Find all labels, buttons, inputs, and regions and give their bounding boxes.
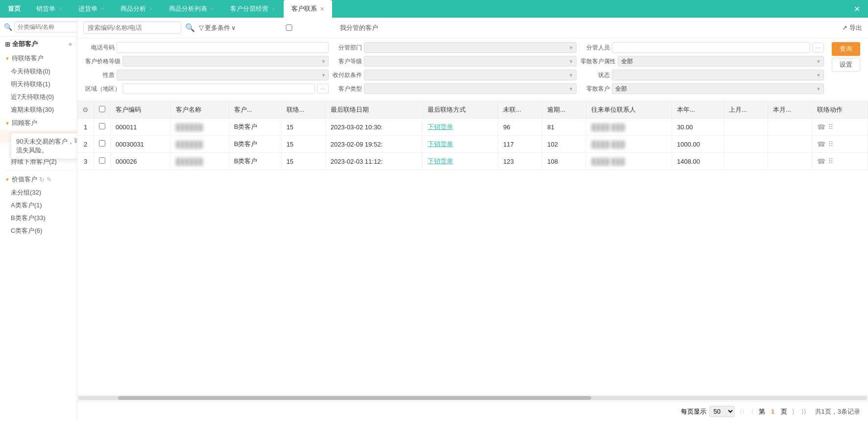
current-page-number: 1 <box>768 408 778 415</box>
sidebar-item-tomorrow-contact[interactable]: 明天待联络(1) <box>0 78 77 91</box>
contact-action-icon-2[interactable]: ☎ <box>817 157 825 165</box>
last-page-btn[interactable]: ⟩⟩ <box>799 407 808 416</box>
contact-action-icon-1[interactable]: ☎ <box>817 140 825 148</box>
tab-purchase-close[interactable]: ✕ <box>100 6 105 12</box>
sidebar-item-class-c[interactable]: C类客户(6) <box>0 224 77 237</box>
scrollbar-track[interactable] <box>78 396 867 400</box>
page-unit: 页 <box>781 407 787 416</box>
th-code: 客户编码 <box>111 101 171 119</box>
more-action-icon-0[interactable]: ⠿ <box>828 123 833 131</box>
more-action-icon-1[interactable]: ⠿ <box>828 140 833 148</box>
group-pending-label: 待联络客户 <box>12 54 44 63</box>
customer-grade-select[interactable] <box>364 56 576 67</box>
retail-attr-label: 零散客户属性 <box>580 57 616 66</box>
my-customers-checkbox[interactable] <box>240 25 338 31</box>
tooltip-review: 90天未交易的客户，可能有流失风险。 <box>11 133 77 159</box>
settings-button[interactable]: 设置 <box>832 58 860 72</box>
customer-type-select[interactable] <box>364 83 576 94</box>
td-last-method-2: 下销货单 <box>423 153 498 170</box>
td-method-link-0[interactable]: 下销货单 <box>428 123 453 130</box>
tab-product-list-close[interactable]: ✕ <box>210 6 215 12</box>
export-button[interactable]: ↗ 导出 <box>842 24 862 32</box>
status-select[interactable] <box>612 70 824 80</box>
tab-customer-contact[interactable]: 客户联系 ✕ <box>284 0 332 18</box>
td-method-link-1[interactable]: 下销货单 <box>428 140 453 148</box>
table-row: 3 000026 ██████ B类客户 15 2023-02-03 11:12… <box>77 153 868 170</box>
sidebar-item-class-b[interactable]: B类客户(33) <box>0 212 77 224</box>
sidebar-item-today-contact[interactable]: 今天待联络(0) <box>0 65 77 78</box>
tab-sales-close[interactable]: ✕ <box>58 6 63 12</box>
contact-action-icon-0[interactable]: ☎ <box>817 123 825 131</box>
more-action-icon-2[interactable]: ⠿ <box>828 157 833 165</box>
retail-customer-select[interactable]: 全部 <box>612 83 824 94</box>
tab-product-list[interactable]: 商品分析列表 ✕ <box>161 0 222 18</box>
tab-customer-tier-close[interactable]: ✕ <box>271 6 276 12</box>
manager-ellipsis-btn[interactable]: ··· <box>812 43 824 52</box>
scrollbar-thumb[interactable] <box>118 396 591 400</box>
all-customers-label: 全部客户 <box>12 40 38 49</box>
tab-purchase[interactable]: 进货单 ✕ <box>71 0 113 18</box>
my-customers-checkbox-label[interactable]: 我分管的客户 <box>240 24 378 32</box>
td-method-link-2[interactable]: 下销货单 <box>428 157 453 165</box>
tab-sales[interactable]: 销货单 ✕ <box>28 0 71 18</box>
sidebar-item-7day-contact[interactable]: 近7天待联络(0) <box>0 91 77 103</box>
td-last-month-1 <box>723 136 768 153</box>
row-checkbox-1[interactable] <box>99 140 105 147</box>
th-last-month: 上月... <box>723 101 768 119</box>
horizontal-scrollbar[interactable] <box>77 395 868 401</box>
next-page-btn[interactable]: ⟩ <box>790 407 796 416</box>
td-last-method-0: 下销货单 <box>423 119 498 136</box>
td-last-month-2 <box>723 153 768 170</box>
tab-home[interactable]: 首页 <box>0 0 28 18</box>
window-close-button[interactable]: ✕ <box>846 4 868 14</box>
td-last-date-2: 2023-02-03 11:12: <box>325 153 422 170</box>
payment-select[interactable] <box>364 70 576 80</box>
query-button[interactable]: 查询 <box>832 42 860 56</box>
price-grade-select[interactable] <box>122 56 329 67</box>
dept-select[interactable] <box>364 42 576 53</box>
td-name-blurred-1: ██████ <box>176 141 203 148</box>
group-value-title[interactable]: ▼ 价值客户 ↻ ✎ <box>0 173 77 186</box>
table-settings-icon[interactable]: ⚙ <box>82 106 89 114</box>
tab-customer-contact-close[interactable]: ✕ <box>320 6 324 12</box>
td-checkbox-0 <box>94 119 111 136</box>
td-action-2: ☎ ⠿ <box>812 153 868 170</box>
region-ellipsis-btn[interactable]: ··· <box>317 84 329 94</box>
td-contact-person-2: ████ ███ <box>586 153 672 170</box>
sidebar-all-customers[interactable]: ⊞ 全部客户 « <box>0 37 77 51</box>
th-this-month: 本月... <box>768 101 812 119</box>
search-input[interactable] <box>83 22 181 34</box>
manager-input[interactable] <box>612 42 810 53</box>
sidebar-item-unclassified[interactable]: 未分组(32) <box>0 186 77 199</box>
phone-input[interactable] <box>117 42 329 53</box>
group-pending-title[interactable]: ▼ 待联络客户 <box>0 51 77 65</box>
td-name-2: ██████ <box>170 153 229 170</box>
per-page-select[interactable]: 50 10 20 100 <box>709 406 735 417</box>
tab-product-list-label: 商品分析列表 <box>169 4 207 13</box>
td-seq-0: 1 <box>77 119 94 136</box>
row-checkbox-0[interactable] <box>99 123 105 129</box>
region-input[interactable] <box>122 83 315 94</box>
retail-attr-select[interactable]: 全部 <box>618 56 824 67</box>
sidebar-search-input[interactable] <box>14 22 77 32</box>
edit-icon[interactable]: ✎ <box>47 176 52 183</box>
refresh-icon[interactable]: ↻ <box>39 176 45 183</box>
nature-wrap: ▼ <box>117 70 329 80</box>
nature-select[interactable] <box>117 70 329 80</box>
row-checkbox-2[interactable] <box>99 157 105 164</box>
tab-customer-tier[interactable]: 客户分层经营 ✕ <box>222 0 284 18</box>
tab-product-analysis[interactable]: 商品分析 ✕ <box>113 0 161 18</box>
search-button[interactable]: 🔍 <box>185 23 195 32</box>
select-all-checkbox[interactable] <box>99 106 105 112</box>
first-page-btn[interactable]: ⟨⟨ <box>738 407 747 416</box>
tab-product-analysis-close[interactable]: ✕ <box>149 6 153 12</box>
sidebar-item-overdue-contact[interactable]: 逾期未联络(30) <box>0 103 77 116</box>
more-conditions-toggle[interactable]: ▽ 更多条件 ∨ <box>199 24 236 32</box>
export-icon: ↗ <box>842 24 847 31</box>
sidebar-item-class-a[interactable]: A类客户(1) <box>0 199 77 212</box>
th-overdue: 逾期... <box>542 101 586 119</box>
pagination: 每页显示 50 10 20 100 ⟨⟨ ⟨ 第 1 页 ⟩ ⟩⟩ 共1页，3条… <box>77 401 868 421</box>
prev-page-btn[interactable]: ⟨ <box>749 407 756 416</box>
group-review-title[interactable]: ▼ 回顾客户 <box>0 116 77 130</box>
td-type-2: B类客户 <box>229 153 281 170</box>
